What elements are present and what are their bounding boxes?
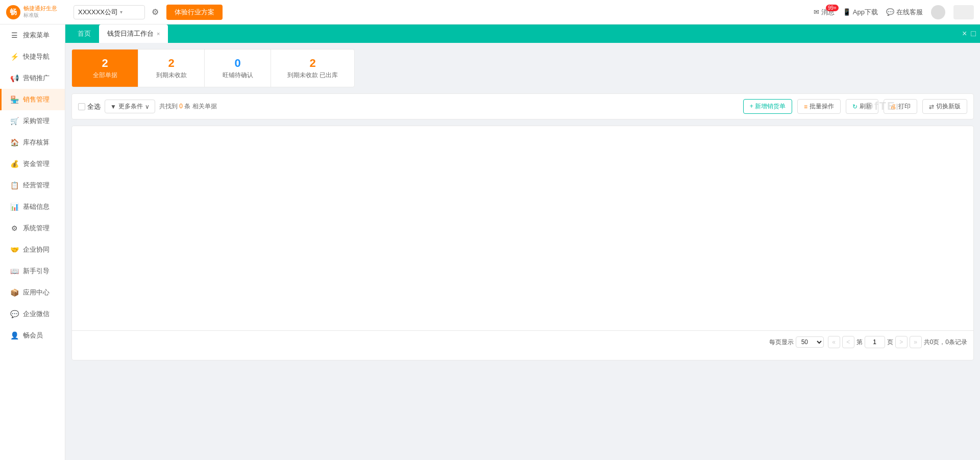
- avatar[interactable]: [931, 5, 945, 19]
- tab-close-icon[interactable]: ×: [157, 31, 160, 37]
- stat-overdue[interactable]: 2 到期未收款: [138, 50, 205, 87]
- company-selector[interactable]: XXXXXX公司 ▾: [74, 5, 145, 19]
- user-name-area: [953, 5, 974, 19]
- tab-bar-controls: × □: [962, 29, 976, 38]
- main-content: 2 全部单据 2 到期未收款 0 旺铺待确认 2 到期未收款 已出库 全选 ▼ …: [65, 43, 980, 460]
- next-page-button[interactable]: >: [895, 336, 908, 348]
- message-badge: 99+: [826, 5, 839, 11]
- sidebar-item-finance[interactable]: 💰 资金管理: [0, 153, 65, 175]
- wechat-icon: 💬: [10, 310, 19, 318]
- pagination: 每页显示 50 100 200 « < 第 页 > » 共0页，0条记录: [72, 330, 973, 353]
- last-page-button[interactable]: »: [910, 336, 922, 348]
- sidebar-item-base-info[interactable]: 📊 基础信息: [0, 196, 65, 217]
- chevron-icon: ∨: [145, 103, 150, 110]
- filter-button[interactable]: ▼ 更多条件 ∨: [105, 100, 155, 113]
- operations-icon: 📋: [10, 181, 19, 189]
- logo-icon: 畅: [6, 5, 20, 19]
- first-page-button[interactable]: «: [828, 336, 840, 348]
- sidebar-item-operations[interactable]: 📋 经营管理: [0, 175, 65, 196]
- header: 畅 畅捷通好生意 标准版 XXXXXX公司 ▾ ⚙ 体验行业方案 ✉ 消息 99…: [0, 0, 980, 25]
- cooperation-icon: 🤝: [10, 246, 19, 254]
- app-center-icon: 📦: [10, 288, 19, 297]
- chevron-down-icon: ▾: [120, 9, 122, 15]
- stat-num-all: 2: [88, 57, 121, 70]
- sidebar-item-member[interactable]: 👤 畅会员: [0, 325, 65, 346]
- page-size-dropdown[interactable]: 50 100 200: [796, 336, 824, 348]
- minimize-icon[interactable]: ×: [962, 29, 967, 38]
- service-icon: 💬: [886, 8, 894, 16]
- batch-icon: ≡: [804, 103, 807, 110]
- toolbar-left: 全选 ▼ 更多条件 ∨ 共找到 0 条 相关单据: [78, 100, 739, 113]
- refresh-icon: ↻: [852, 103, 857, 110]
- system-icon: ⚙: [10, 224, 19, 232]
- toolbar: 全选 ▼ 更多条件 ∨ 共找到 0 条 相关单据 + 新增销货单 ≡ 批量操作: [71, 93, 974, 119]
- match-count: 0: [179, 103, 183, 110]
- page-size-select: 每页显示 50 100 200: [769, 336, 824, 348]
- download-icon: 📱: [843, 8, 851, 16]
- stat-num-shipped: 2: [287, 57, 338, 70]
- guide-icon: 📖: [10, 267, 19, 275]
- app-download-button[interactable]: 📱 App下载: [843, 8, 878, 17]
- select-all-wrap[interactable]: 全选: [78, 102, 101, 111]
- member-icon: 👤: [10, 331, 19, 340]
- tab-workbench[interactable]: 钱货日清工作台 ×: [99, 25, 168, 43]
- stat-label-all: 全部单据: [88, 71, 121, 80]
- online-service-button[interactable]: 💬 在线客服: [886, 8, 923, 17]
- logo-text: 畅捷通好生意: [23, 5, 57, 12]
- page-nav: « < 第 页 > » 共0页，0条记录: [828, 336, 967, 348]
- trial-button[interactable]: 体验行业方案: [166, 5, 223, 20]
- sales-icon: 🏪: [10, 95, 19, 104]
- sidebar-item-cooperation[interactable]: 🤝 企业协同: [0, 239, 65, 260]
- match-text: 共找到 0 条 相关单据: [159, 102, 217, 111]
- table-empty: [72, 126, 973, 330]
- switch-version-button[interactable]: ⇄ 切换新版: [922, 99, 967, 114]
- switch-icon: ⇄: [929, 103, 934, 110]
- batch-button[interactable]: ≡ 批量操作: [797, 99, 841, 114]
- stat-num-pending: 0: [221, 57, 254, 70]
- sidebar-item-search-menu[interactable]: ☰ 搜索菜单: [0, 25, 65, 46]
- maximize-icon[interactable]: □: [971, 29, 976, 38]
- sidebar-item-app-center[interactable]: 📦 应用中心: [0, 282, 65, 303]
- stat-num-overdue: 2: [155, 57, 188, 70]
- sidebar-item-marketing[interactable]: 📢 营销推广: [0, 67, 65, 89]
- page-input[interactable]: [865, 336, 885, 348]
- messages-button[interactable]: ✉ 消息 99+: [814, 8, 835, 17]
- search-menu-icon: ☰: [10, 31, 19, 39]
- select-all-label: 全选: [87, 102, 101, 111]
- header-right: ✉ 消息 99+ 📱 App下载 💬 在线客服: [814, 5, 974, 19]
- message-icon: ✉: [814, 8, 819, 16]
- sidebar-item-system[interactable]: ⚙ 系统管理: [0, 217, 65, 239]
- print-button[interactable]: 🖨 打印: [884, 99, 917, 114]
- quick-nav-icon: ⚡: [10, 53, 19, 61]
- stat-label-pending: 旺铺待确认: [221, 71, 254, 80]
- stat-all[interactable]: 2 全部单据: [72, 50, 138, 87]
- purchase-icon: 🛒: [10, 117, 19, 125]
- sidebar-item-guide[interactable]: 📖 新手引导: [0, 260, 65, 282]
- settings-icon[interactable]: ⚙: [148, 5, 162, 19]
- table-area: 每页显示 50 100 200 « < 第 页 > » 共0页，0条记录: [71, 126, 974, 360]
- finance-icon: 💰: [10, 160, 19, 168]
- inventory-icon: 🏠: [10, 138, 19, 147]
- filter-icon: ▼: [110, 103, 116, 110]
- logo-sub: 标准版: [23, 12, 57, 19]
- refresh-button[interactable]: ↻ 刷新: [846, 99, 878, 114]
- page-total: 共0页，0条记录: [924, 338, 967, 347]
- sidebar-item-sales[interactable]: 🏪 销售管理: [0, 89, 65, 110]
- sidebar-item-purchase[interactable]: 🛒 采购管理: [0, 110, 65, 132]
- stat-label-overdue: 到期未收款: [155, 71, 188, 80]
- print-icon: 🖨: [890, 103, 896, 110]
- toolbar-right: + 新增销货单 ≡ 批量操作 ↻ 刷新 🖨 打印 ⇄ 切换新版: [743, 99, 967, 114]
- sidebar-item-inventory[interactable]: 🏠 库存核算: [0, 132, 65, 153]
- tab-bar: 首页 钱货日清工作台 × × □: [65, 25, 980, 43]
- prev-page-button[interactable]: <: [842, 336, 854, 348]
- sidebar-item-wechat[interactable]: 💬 企业微信: [0, 303, 65, 325]
- tab-home[interactable]: 首页: [69, 25, 99, 43]
- stat-pending[interactable]: 0 旺铺待确认: [205, 50, 271, 87]
- stat-label-shipped: 到期未收款 已出库: [287, 71, 338, 80]
- sidebar-item-quick-nav[interactable]: ⚡ 快捷导航: [0, 46, 65, 67]
- select-all-checkbox[interactable]: [78, 103, 85, 110]
- base-info-icon: 📊: [10, 203, 19, 211]
- stat-shipped[interactable]: 2 到期未收款 已出库: [271, 50, 354, 87]
- marketing-icon: 📢: [10, 74, 19, 82]
- new-order-button[interactable]: + 新增销货单: [743, 99, 792, 114]
